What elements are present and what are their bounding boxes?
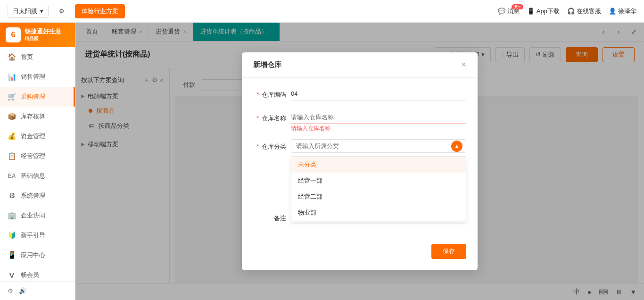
name-input[interactable] bbox=[291, 111, 466, 124]
member-icon: V bbox=[8, 271, 16, 279]
modal-title: 新增仓库 bbox=[253, 60, 281, 69]
code-input[interactable] bbox=[291, 87, 466, 100]
store-selector[interactable]: 日太阳膜 ▾ bbox=[8, 5, 49, 18]
modal-close-btn[interactable]: × bbox=[461, 60, 466, 70]
purchase-icon: 🛒 bbox=[8, 92, 16, 101]
chevron-up-icon: ▲ bbox=[454, 143, 460, 150]
sidebar-item-label: 畅会员 bbox=[21, 271, 39, 279]
home-icon: 🏠 bbox=[8, 53, 16, 61]
sidebar-item-label: 经营管理 bbox=[21, 152, 45, 160]
sidebar-item-home[interactable]: 🏠 首页 bbox=[0, 47, 75, 67]
top-header-right: 💬 消息 99+ 📱 App下载 🎧 在线客服 👤 徐泽华 bbox=[498, 7, 636, 16]
sidebar-item-label: 首页 bbox=[21, 53, 33, 61]
user-info[interactable]: 👤 徐泽华 bbox=[609, 7, 636, 16]
message-icon: 💬 bbox=[498, 8, 505, 15]
app-center-icon: 📱 bbox=[8, 251, 16, 259]
gear-button[interactable]: ⚙ bbox=[54, 4, 69, 19]
guide-icon: 🔰 bbox=[8, 231, 16, 240]
category-form-row: * 仓库分类 ▲ 未分类 bbox=[253, 139, 466, 154]
modal-overlay[interactable]: 新增仓库 × * 仓库编码 * bbox=[75, 23, 644, 300]
finance-icon: 💰 bbox=[8, 132, 16, 141]
code-required-star: * bbox=[256, 91, 259, 98]
inventory-icon: 📦 bbox=[8, 112, 16, 121]
sidebar-item-label: 企业协同 bbox=[21, 211, 45, 220]
user-avatar: 👤 bbox=[609, 8, 616, 15]
sidebar-item-label: 新手引导 bbox=[21, 231, 45, 240]
category-dropdown: 未分类 经营一部 经营二部 物业部 bbox=[291, 156, 466, 221]
logo-icon: 6 bbox=[6, 27, 21, 42]
dropdown-item-uncategorized[interactable]: 未分类 bbox=[291, 157, 466, 173]
trial-button[interactable]: 体验行业方案 bbox=[75, 4, 125, 18]
audio-icon[interactable]: 🔊 bbox=[19, 287, 26, 294]
sidebar-item-label: 库存核算 bbox=[21, 112, 45, 121]
sidebar-item-label: 应用中心 bbox=[21, 251, 45, 259]
system-icon: ⚙ bbox=[8, 192, 16, 200]
sidebar-item-system[interactable]: ⚙ 系统管理 bbox=[0, 186, 75, 206]
modal-footer: 保存 bbox=[242, 244, 478, 259]
sidebar-item-app[interactable]: 📱 应用中心 bbox=[0, 245, 75, 265]
app-icon: 📱 bbox=[527, 8, 535, 15]
app-download-label: App下载 bbox=[537, 7, 560, 16]
code-label: * 仓库编码 bbox=[253, 87, 291, 102]
modal-body: * 仓库编码 * 仓库名称 请输入仓库名称 bbox=[242, 78, 478, 244]
online-service-btn[interactable]: 🎧 在线客服 bbox=[567, 7, 601, 16]
layout: 6 畅捷通好生意 精品版 🏠 首页 📊 销售管理 🛒 采购管理 📦 库存 bbox=[0, 23, 644, 300]
message-badge: 99+ bbox=[512, 4, 523, 9]
dropdown-item-ops2[interactable]: 经营二部 bbox=[291, 189, 466, 205]
gear-icon: ⚙ bbox=[59, 8, 65, 15]
store-dropdown-icon: ▾ bbox=[40, 8, 43, 15]
sidebar-item-inventory[interactable]: 📦 库存核算 bbox=[0, 107, 75, 126]
online-service-label: 在线客服 bbox=[577, 7, 601, 16]
sidebar-item-label: 采购管理 bbox=[21, 92, 45, 101]
operations-icon: 📋 bbox=[8, 152, 16, 160]
category-wrapper: ▲ 未分类 经营一部 经营二部 bbox=[291, 139, 466, 153]
code-form-row: * 仓库编码 bbox=[253, 87, 466, 102]
sidebar-item-finance[interactable]: 💰 资金管理 bbox=[0, 126, 75, 146]
name-form-row: * 仓库名称 请输入仓库名称 bbox=[253, 111, 466, 126]
sales-icon: 📊 bbox=[8, 73, 16, 81]
sidebar-item-sales[interactable]: 📊 销售管理 bbox=[0, 67, 75, 87]
sidebar-item-guide[interactable]: 🔰 新手引导 bbox=[0, 225, 75, 245]
app-download-btn[interactable]: 📱 App下载 bbox=[527, 7, 560, 16]
name-label: * 仓库名称 bbox=[253, 111, 291, 126]
top-header: 日太阳膜 ▾ ⚙ 体验行业方案 💬 消息 99+ 📱 App下载 🎧 在线客服 … bbox=[0, 0, 644, 23]
headphone-icon: 🎧 bbox=[567, 8, 575, 15]
category-input[interactable] bbox=[291, 139, 466, 153]
user-name: 徐泽华 bbox=[618, 7, 636, 16]
logo-text: 畅捷通好生意 精品版 bbox=[25, 28, 61, 42]
modal-header: 新增仓库 × bbox=[242, 52, 478, 78]
store-name: 日太阳膜 bbox=[13, 7, 37, 16]
category-label: * 仓库分类 bbox=[253, 139, 291, 154]
sidebar-bottom: ⚙ 🔊 bbox=[0, 281, 75, 300]
basic-icon: EA bbox=[8, 172, 16, 180]
right-panel: 首页 账套管理 × 进货退货 × 进货单统计表（按商品） × ‹ › ⤢ 进货单… bbox=[75, 23, 644, 300]
message-btn[interactable]: 💬 消息 99+ bbox=[498, 7, 520, 16]
dropdown-item-ops1[interactable]: 经营一部 bbox=[291, 173, 466, 189]
sidebar-item-member[interactable]: V 畅会员 bbox=[0, 265, 75, 281]
sidebar-nav: 🏠 首页 📊 销售管理 🛒 采购管理 📦 库存核算 💰 资金管理 📋 经 bbox=[0, 47, 75, 281]
sidebar-item-label: 销售管理 bbox=[21, 73, 45, 81]
category-toggle-btn[interactable]: ▲ bbox=[451, 141, 462, 152]
enterprise-icon: 🏢 bbox=[8, 211, 16, 220]
name-error-msg: 请输入仓库名称 bbox=[291, 125, 330, 133]
settings-bottom-icon[interactable]: ⚙ bbox=[8, 287, 13, 294]
note-label: 备注 bbox=[253, 211, 291, 226]
logo-area: 6 畅捷通好生意 精品版 bbox=[0, 23, 75, 47]
sidebar-item-purchase[interactable]: 🛒 采购管理 bbox=[0, 87, 75, 107]
dropdown-item-property[interactable]: 物业部 bbox=[291, 205, 466, 221]
sidebar-item-operations[interactable]: 📋 经营管理 bbox=[0, 146, 75, 166]
category-required-star: * bbox=[256, 143, 259, 150]
sidebar-item-label: 系统管理 bbox=[21, 192, 45, 200]
save-button[interactable]: 保存 bbox=[431, 244, 466, 259]
sidebar-item-label: 资金管理 bbox=[21, 132, 45, 141]
name-required-star: * bbox=[256, 115, 259, 122]
sidebar-item-basic[interactable]: EA 基础信息 bbox=[0, 166, 75, 186]
sidebar-item-label: 基础信息 bbox=[21, 172, 45, 180]
sidebar: 6 畅捷通好生意 精品版 🏠 首页 📊 销售管理 🛒 采购管理 📦 库存 bbox=[0, 23, 75, 300]
modal: 新增仓库 × * 仓库编码 * bbox=[242, 52, 478, 270]
top-header-left: 日太阳膜 ▾ ⚙ 体验行业方案 bbox=[8, 4, 125, 19]
sidebar-item-enterprise[interactable]: 🏢 企业协同 bbox=[0, 206, 75, 225]
